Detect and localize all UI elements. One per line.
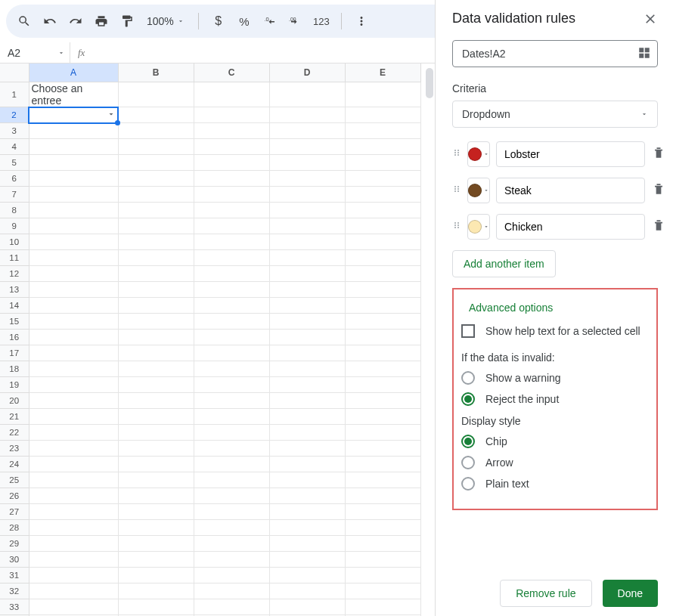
cell[interactable] bbox=[194, 298, 269, 314]
row-head-33[interactable]: 33 bbox=[0, 599, 29, 615]
row-head-4[interactable]: 4 bbox=[0, 139, 29, 155]
cell[interactable] bbox=[29, 139, 118, 155]
undo-icon[interactable] bbox=[39, 11, 60, 32]
cell[interactable] bbox=[194, 472, 269, 488]
row-head-15[interactable]: 15 bbox=[0, 314, 29, 330]
cell[interactable] bbox=[345, 123, 420, 139]
cell[interactable] bbox=[118, 536, 194, 552]
cell[interactable] bbox=[118, 203, 194, 218]
cell[interactable] bbox=[345, 568, 420, 583]
cell[interactable] bbox=[269, 298, 345, 314]
color-picker[interactable] bbox=[467, 141, 490, 167]
cell[interactable] bbox=[269, 330, 345, 345]
help-text-checkbox[interactable] bbox=[461, 324, 475, 338]
cell[interactable] bbox=[29, 472, 118, 488]
row-head-11[interactable]: 11 bbox=[0, 250, 29, 266]
cell[interactable] bbox=[269, 218, 345, 234]
row-head-29[interactable]: 29 bbox=[0, 536, 29, 552]
cell[interactable] bbox=[269, 457, 345, 472]
radio-icon[interactable] bbox=[461, 435, 475, 448]
cell[interactable] bbox=[269, 425, 345, 441]
row-head-26[interactable]: 26 bbox=[0, 488, 29, 504]
cell[interactable] bbox=[118, 314, 194, 330]
cell[interactable] bbox=[269, 568, 345, 583]
cell[interactable] bbox=[194, 266, 269, 282]
cell[interactable] bbox=[194, 552, 269, 568]
cell[interactable] bbox=[345, 234, 420, 250]
row-head-3[interactable]: 3 bbox=[0, 123, 29, 139]
color-picker[interactable] bbox=[467, 214, 490, 240]
cell[interactable] bbox=[269, 441, 345, 457]
cell[interactable] bbox=[345, 441, 420, 457]
drag-handle-icon[interactable] bbox=[452, 146, 461, 163]
cell[interactable] bbox=[269, 472, 345, 488]
add-item-button[interactable]: Add another item bbox=[452, 250, 556, 277]
cell[interactable] bbox=[345, 599, 420, 615]
cell[interactable] bbox=[345, 155, 420, 171]
drag-handle-icon[interactable] bbox=[452, 182, 461, 199]
cell[interactable] bbox=[269, 250, 345, 266]
cell[interactable] bbox=[269, 314, 345, 330]
name-box[interactable]: A2 bbox=[5, 47, 70, 59]
cell[interactable] bbox=[194, 82, 269, 107]
cell[interactable] bbox=[118, 599, 194, 615]
cell[interactable] bbox=[194, 457, 269, 472]
cell[interactable] bbox=[345, 250, 420, 266]
cell[interactable] bbox=[118, 504, 194, 520]
cell[interactable] bbox=[118, 457, 194, 472]
cell[interactable] bbox=[269, 377, 345, 393]
redo-icon[interactable] bbox=[65, 11, 86, 32]
cell[interactable] bbox=[345, 282, 420, 298]
cell[interactable] bbox=[194, 345, 269, 361]
cell[interactable] bbox=[118, 282, 194, 298]
col-head-B[interactable]: B bbox=[118, 63, 194, 82]
range-input[interactable]: Dates!A2 bbox=[452, 40, 658, 67]
cell[interactable] bbox=[29, 155, 118, 171]
cell[interactable] bbox=[29, 266, 118, 282]
row-head-20[interactable]: 20 bbox=[0, 393, 29, 409]
cell[interactable] bbox=[29, 250, 118, 266]
cell[interactable] bbox=[194, 583, 269, 599]
row-head-1[interactable]: 1 bbox=[0, 82, 29, 107]
cell[interactable] bbox=[118, 520, 194, 536]
cell[interactable] bbox=[194, 187, 269, 203]
row-head-2[interactable]: 2 bbox=[0, 107, 29, 123]
row-head-25[interactable]: 25 bbox=[0, 472, 29, 488]
cell[interactable] bbox=[29, 282, 118, 298]
cell[interactable] bbox=[194, 425, 269, 441]
cell[interactable] bbox=[29, 314, 118, 330]
cell[interactable] bbox=[345, 330, 420, 345]
cell[interactable] bbox=[345, 218, 420, 234]
cell[interactable] bbox=[345, 393, 420, 409]
cell[interactable] bbox=[269, 155, 345, 171]
cell[interactable] bbox=[345, 504, 420, 520]
cell[interactable] bbox=[194, 107, 269, 123]
cell[interactable] bbox=[29, 377, 118, 393]
cell[interactable] bbox=[118, 171, 194, 187]
cell[interactable] bbox=[194, 234, 269, 250]
row-head-17[interactable]: 17 bbox=[0, 345, 29, 361]
cell[interactable] bbox=[118, 345, 194, 361]
row-head-7[interactable]: 7 bbox=[0, 187, 29, 203]
cell[interactable] bbox=[194, 393, 269, 409]
row-head-23[interactable]: 23 bbox=[0, 441, 29, 457]
cell[interactable] bbox=[118, 155, 194, 171]
cell[interactable] bbox=[194, 441, 269, 457]
cell[interactable] bbox=[269, 107, 345, 123]
radio-icon[interactable] bbox=[461, 477, 475, 491]
cell[interactable] bbox=[29, 536, 118, 552]
cell[interactable] bbox=[345, 361, 420, 377]
radio-reject-input[interactable]: Reject the input bbox=[461, 392, 649, 406]
advanced-options-title[interactable]: Advanced options bbox=[461, 299, 649, 317]
cell[interactable] bbox=[29, 488, 118, 504]
cell[interactable] bbox=[345, 345, 420, 361]
cell[interactable] bbox=[29, 441, 118, 457]
cell[interactable] bbox=[118, 552, 194, 568]
cell[interactable] bbox=[29, 187, 118, 203]
done-button[interactable]: Done bbox=[603, 580, 658, 607]
cell[interactable] bbox=[345, 536, 420, 552]
cell[interactable] bbox=[29, 504, 118, 520]
cell[interactable] bbox=[269, 504, 345, 520]
cell[interactable] bbox=[118, 123, 194, 139]
cell[interactable] bbox=[345, 552, 420, 568]
